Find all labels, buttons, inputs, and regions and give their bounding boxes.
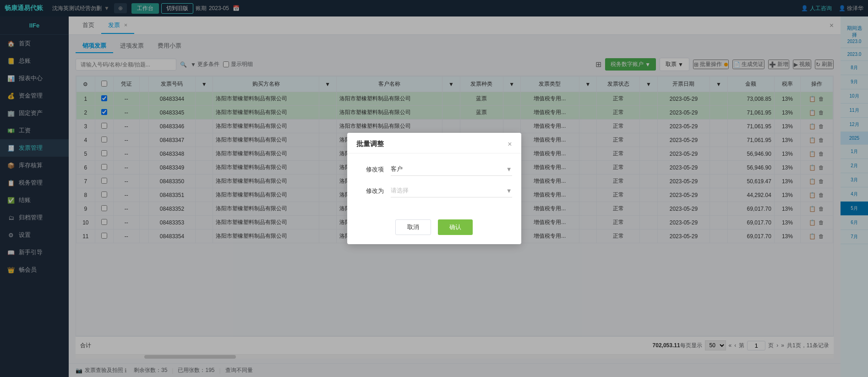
- dialog-body: 修改项 客户 ▼ 修改为 请选择 ▼: [347, 153, 521, 215]
- dialog-close-btn[interactable]: ×: [508, 140, 512, 148]
- modify-label: 修改项: [356, 165, 384, 174]
- dialog-header: 批量调整 ×: [347, 133, 521, 153]
- modify-to-select[interactable]: 请选择 ▼: [391, 184, 512, 197]
- batch-adjust-dialog: 批量调整 × 修改项 客户 ▼ 修改为 请选择 ▼ 取消 确认: [347, 133, 521, 244]
- dialog-overlay: 批量调整 × 修改项 客户 ▼ 修改为 请选择 ▼ 取消 确认: [0, 0, 868, 377]
- modify-item-select[interactable]: 客户 ▼: [391, 163, 512, 176]
- modify-to-dropdown-icon: ▼: [506, 187, 512, 194]
- dialog-title: 批量调整: [356, 140, 384, 148]
- modify-value: 客户: [391, 165, 403, 173]
- dialog-footer: 取消 确认: [347, 215, 521, 244]
- modify-item-row: 修改项 客户 ▼: [356, 163, 512, 176]
- dialog-confirm-btn[interactable]: 确认: [438, 219, 473, 235]
- modify-to-placeholder: 请选择: [391, 186, 409, 195]
- modify-dropdown-icon: ▼: [506, 166, 512, 173]
- modify-to-row: 修改为 请选择 ▼: [356, 184, 512, 197]
- dialog-cancel-btn[interactable]: 取消: [395, 219, 431, 235]
- modify-to-label: 修改为: [356, 187, 384, 195]
